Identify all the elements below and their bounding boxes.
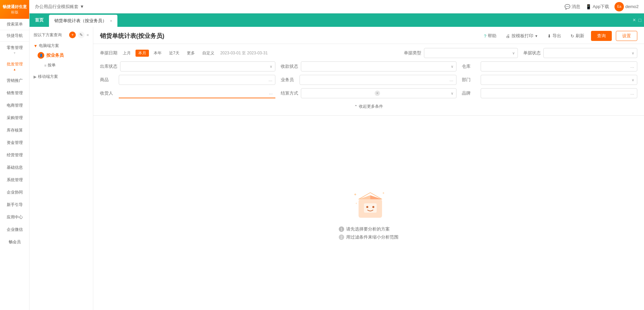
tab-expand-area: × □	[633, 17, 641, 23]
warehouse-input[interactable]: …	[481, 61, 637, 71]
right-panel: 销货单统计表(按业务员) ? 帮助 🖨 按模板打印 ▼ ⬇ 导出	[93, 27, 644, 310]
sidebar-item-system[interactable]: 系统管理	[0, 174, 29, 186]
export-btn[interactable]: ⬇ 导出	[545, 32, 564, 40]
payment-method-arrow-icon: ∨	[451, 91, 453, 96]
brand-label: 品牌	[462, 90, 478, 96]
sidebar-item-marketing[interactable]: 营销推广	[0, 74, 29, 87]
wholesale-arrow: ▲	[13, 68, 16, 71]
sidebar-item-member[interactable]: 畅会员	[0, 236, 29, 248]
out-status-label: 出库状态	[100, 63, 117, 69]
doc-status-dropdown[interactable]: ∨	[543, 48, 637, 58]
collapse-more-btn[interactable]: ⌃ 收起更多条件	[100, 102, 637, 111]
filter-doc-status-item: 单据状态 ∨	[523, 48, 637, 58]
sidebar-item-apps[interactable]: 应用中心	[0, 211, 29, 223]
sidebar-item-purchase[interactable]: 采购管理	[0, 112, 29, 124]
operations-label: 经营管理	[7, 152, 23, 158]
refresh-icon: ↻	[571, 34, 574, 39]
salesperson-more-icon: …	[449, 78, 453, 82]
payment-method-dropdown[interactable]: × ∨	[301, 88, 456, 98]
message-btn[interactable]: 💬 消息	[565, 4, 580, 10]
filter-brand-item: 品牌 …	[462, 88, 637, 98]
department-dropdown[interactable]: ∨	[481, 75, 637, 85]
mobile-scheme-group-header[interactable]: ▶ 移动端方案	[30, 72, 93, 81]
query-btn[interactable]: 查询	[591, 31, 612, 41]
salesperson-input[interactable]: …	[300, 75, 456, 85]
sidebar-item-basic[interactable]: 基础信息	[0, 161, 29, 174]
print-btn[interactable]: 🖨 按模板打印 ▼	[503, 32, 541, 40]
export-icon: ⬇	[547, 34, 551, 39]
empty-state: ✦ ✦ ✦ 1 请先选择要分析的方案 2 用过滤条件来缩小分析范围	[93, 116, 644, 310]
tab-sales-stats[interactable]: 销货单统计表（按业务员） ×	[49, 15, 117, 27]
filter-payment-status-item: 收款状态 ∨	[281, 61, 456, 71]
scheme-sales-label: 按业务员	[46, 52, 64, 58]
avatar-text: Ea	[617, 5, 621, 8]
filter-row-1: 单据日期 上月 本月 本年 近7天 更多 自定义 2023-03-01 至 20…	[100, 48, 637, 58]
tab-close-icon[interactable]: ×	[110, 19, 112, 23]
help-label: 帮助	[488, 33, 496, 39]
sidebar-item-retail[interactable]: 零售管理 ▼	[0, 42, 29, 58]
date-last7-btn[interactable]: 近7天	[166, 50, 182, 57]
svg-text:✦: ✦	[355, 202, 358, 205]
filter-date-item: 单据日期 上月 本月 本年 近7天 更多 自定义 2023-03-01 至 20…	[100, 50, 398, 57]
sub-scheme-order[interactable]: ≡ 按单	[30, 61, 93, 70]
sidebar-search[interactable]: 搜索菜单	[0, 19, 29, 30]
goods-input[interactable]: …	[119, 75, 275, 85]
doc-type-dropdown[interactable]: ∨	[424, 48, 518, 58]
user-profile-btn[interactable]: Ea demo2	[614, 2, 639, 11]
help-btn[interactable]: ? 帮助	[481, 32, 499, 40]
filter-receiver-item: 收货人 …	[100, 88, 275, 98]
sidebar-item-operations[interactable]: 经营管理	[0, 149, 29, 161]
sidebar-item-wholesale[interactable]: 批发管理 ▲	[0, 58, 29, 74]
date-this-year-btn[interactable]: 本年	[151, 50, 164, 57]
sidebar-quick-nav[interactable]: 快捷导航	[0, 30, 29, 42]
filter-department-item: 部门 ∨	[462, 75, 637, 85]
payment-status-arrow-icon: ∨	[451, 64, 453, 69]
tab-bar: 首页 销货单统计表（按业务员） × × □	[30, 13, 644, 27]
sub-scheme-label: 按单	[48, 62, 56, 68]
empty-tip-1: 1 请先选择要分析的方案	[339, 226, 398, 232]
receiver-input[interactable]: …	[119, 88, 275, 98]
payment-status-dropdown[interactable]: ∨	[301, 61, 456, 71]
tab-expand-btn[interactable]: □	[639, 17, 641, 23]
date-custom-btn[interactable]: 自定义	[200, 50, 217, 57]
out-status-dropdown[interactable]: ∨	[120, 61, 275, 71]
brand-more-icon: …	[630, 91, 634, 96]
sidebar-item-newbie[interactable]: 新手引导	[0, 199, 29, 211]
message-icon: 💬	[565, 4, 570, 9]
sidebar-item-sales[interactable]: 销售管理	[0, 87, 29, 99]
department-label: 部门	[462, 77, 478, 83]
scheme-sales-item[interactable]: 👤 按业务员	[30, 50, 93, 61]
app-download-btn[interactable]: 📱 App下载	[586, 4, 609, 10]
tip-2-num: 2	[339, 235, 344, 240]
sidebar-item-inventory[interactable]: 库存核算	[0, 124, 29, 137]
salesperson-label: 业务员	[281, 77, 297, 83]
basic-label: 基础信息	[7, 165, 23, 170]
tab-window-close-btn[interactable]: ×	[633, 17, 636, 23]
edit-scheme-btn[interactable]: ✎	[78, 32, 85, 38]
tab-home[interactable]: 首页	[30, 13, 49, 27]
sidebar-item-finance[interactable]: 资金管理	[0, 137, 29, 149]
coop-label: 企业协同	[7, 190, 23, 195]
settings-btn[interactable]: 设置	[616, 31, 637, 41]
date-more-btn[interactable]: 更多	[184, 50, 198, 57]
member-label: 畅会员	[9, 239, 21, 245]
date-this-month-btn[interactable]: 本月	[136, 50, 149, 57]
brand-input[interactable]: …	[481, 88, 637, 98]
payment-method-clear-btn[interactable]: ×	[375, 91, 380, 96]
top-nav: 办公用品行业模拟账套 ▼ 💬 消息 📱 App下载 Ea demo2	[30, 0, 644, 13]
refresh-btn[interactable]: ↻ 刷新	[568, 32, 587, 40]
pc-scheme-group-header[interactable]: ▼ 电脑端方案	[30, 42, 93, 50]
main-area: 办公用品行业模拟账套 ▼ 💬 消息 📱 App下载 Ea demo2 首页	[30, 0, 644, 310]
add-icon: +	[71, 33, 74, 37]
sidebar-item-ecommerce[interactable]: 电商管理	[0, 99, 29, 112]
sidebar-item-wechat[interactable]: 企业微信	[0, 223, 29, 236]
panel-actions: + ✎ «	[69, 32, 89, 38]
print-arrow-icon: ▼	[535, 34, 538, 38]
filter-row-3: 商品 … 业务员 … 部门	[100, 75, 637, 85]
date-last-month-btn[interactable]: 上月	[120, 50, 133, 57]
breadcrumb-arrow-icon[interactable]: ▼	[80, 4, 84, 9]
collapse-panel-btn[interactable]: «	[87, 33, 89, 37]
print-label: 按模板打印	[512, 33, 533, 39]
sidebar-item-coop[interactable]: 企业协同	[0, 186, 29, 199]
add-scheme-btn[interactable]: +	[69, 32, 76, 38]
